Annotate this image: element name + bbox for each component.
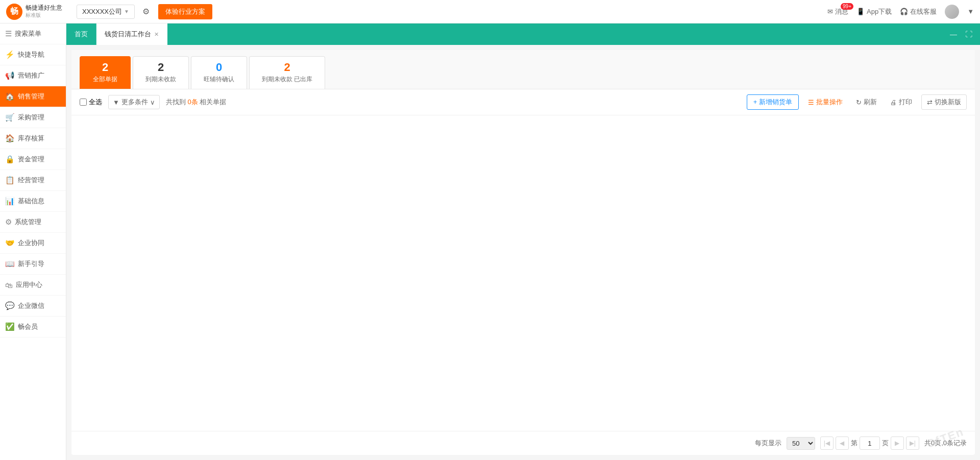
content-panel: 2 全部单据 2 到期未收款 0 旺辅待确认 2 到期未收款 已出库 全选 — [71, 50, 975, 455]
page-nav: |◀ ◀ 第 页 ▶ ▶| — [820, 437, 919, 450]
sidebar: ☰ 搜索菜单 ⚡ 快捷导航 📢 营销推广 🏠 销售管理 🛒 采购管理 🏠 库存核… — [0, 23, 66, 460]
avatar[interactable] — [945, 5, 959, 19]
found-suffix: 相关单据 — [200, 98, 226, 106]
switch-icon: ⇄ — [927, 99, 933, 106]
app-download-label: App下载 — [867, 7, 892, 16]
batch-icon: ☰ — [808, 99, 814, 106]
app-download-icon: 📱 — [856, 8, 865, 15]
print-button[interactable]: 🖨 打印 — [886, 95, 916, 109]
prev-page-button[interactable]: ◀ — [836, 437, 849, 450]
tab-workbench[interactable]: 钱货日清工作台 ✕ — [96, 23, 167, 45]
system-icon: ⚙ — [5, 217, 12, 227]
finance-icon: 🔒 — [5, 155, 15, 164]
message-badge: 99+ — [841, 3, 853, 10]
sidebar-item-wechat[interactable]: 💬 企业微信 — [0, 296, 66, 317]
sidebar-item-purchase[interactable]: 🛒 采购管理 — [0, 107, 66, 128]
stats-shipped-count: 2 — [284, 61, 290, 74]
stats-tab-all[interactable]: 2 全部单据 — [80, 56, 131, 89]
sidebar-inventory-label: 库存核算 — [18, 134, 44, 143]
main-content: 2 全部单据 2 到期未收款 0 旺辅待确认 2 到期未收款 已出库 全选 — [66, 45, 980, 460]
sidebar-item-finance[interactable]: 🔒 资金管理 — [0, 149, 66, 170]
stats-tab-pending[interactable]: 0 旺辅待确认 — [191, 56, 247, 89]
toolbar: 全选 ▼ 更多条件 ∨ 共找到 0条 相关单据 + 新增销货单 ☰ 批量操作 — [71, 89, 975, 115]
sales-icon: 🏠 — [5, 92, 15, 101]
search-menu-icon: ☰ — [5, 29, 12, 38]
tab-close-icon[interactable]: ✕ — [154, 31, 159, 38]
sidebar-wechat-label: 企业微信 — [18, 301, 44, 310]
sidebar-item-marketing[interactable]: 📢 营销推广 — [0, 65, 66, 86]
trial-button[interactable]: 体验行业方案 — [158, 4, 212, 19]
tab-home-label: 首页 — [75, 30, 88, 39]
toolbar-left: 全选 ▼ 更多条件 ∨ 共找到 0条 相关单据 — [80, 95, 741, 109]
company-selector[interactable]: XXXXXX公司 ▼ — [77, 5, 135, 19]
sidebar-item-guide[interactable]: 📖 新手引导 — [0, 254, 66, 275]
marketing-icon: 📢 — [5, 71, 15, 80]
refresh-button[interactable]: ↻ 刷新 — [852, 95, 881, 109]
sidebar-item-member[interactable]: ✅ 畅会员 — [0, 317, 66, 337]
sidebar-item-basic[interactable]: 📊 基础信息 — [0, 191, 66, 212]
total-info: 共0页,0条记录 — [924, 439, 967, 448]
last-page-button[interactable]: ▶| — [906, 437, 919, 450]
tab-workbench-label: 钱货日清工作台 — [105, 30, 151, 39]
tabbar: 首页 钱货日清工作台 ✕ — ⛶ — [66, 23, 980, 45]
first-page-button[interactable]: |◀ — [820, 437, 834, 450]
print-label: 打印 — [899, 98, 912, 107]
settings-icon[interactable]: ⚙ — [138, 4, 154, 20]
switch-label: 切换新版 — [935, 98, 961, 107]
sidebar-item-sales[interactable]: 🏠 销售管理 — [0, 86, 66, 107]
sidebar-system-label: 系统管理 — [15, 217, 41, 227]
sidebar-finance-label: 资金管理 — [18, 155, 44, 164]
sidebar-item-shortcut[interactable]: ⚡ 快捷导航 — [0, 44, 66, 65]
filter-button[interactable]: ▼ 更多条件 ∨ — [108, 95, 160, 109]
sidebar-basic-label: 基础信息 — [18, 197, 44, 206]
logo-line1: 畅捷通好生意 — [26, 4, 62, 12]
page-input[interactable] — [860, 437, 880, 450]
sidebar-item-enterprise[interactable]: 🤝 企业协同 — [0, 233, 66, 254]
per-page-label: 每页显示 — [755, 439, 781, 448]
inventory-icon: 🏠 — [5, 134, 15, 143]
stats-pending-label: 旺辅待确认 — [204, 75, 234, 84]
refresh-label: 刷新 — [864, 98, 877, 107]
company-name: XXXXXX公司 — [82, 7, 122, 16]
sidebar-guide-label: 新手引导 — [18, 259, 44, 269]
message-button[interactable]: ✉ 消息 99+ — [827, 7, 848, 16]
sidebar-item-system[interactable]: ⚙ 系统管理 — [0, 212, 66, 233]
select-all-checkbox[interactable]: 全选 — [80, 98, 102, 107]
sidebar-item-operations[interactable]: 📋 经营管理 — [0, 170, 66, 191]
logo-text-block: 畅捷通好生意 标准版 — [26, 4, 62, 19]
stats-tab-shipped[interactable]: 2 到期未收款 已出库 — [249, 56, 325, 89]
stats-all-count: 2 — [102, 61, 108, 74]
logo-line2: 标准版 — [26, 12, 62, 19]
online-service-button[interactable]: 🎧 在线客服 — [900, 7, 937, 16]
tab-home[interactable]: 首页 — [66, 23, 96, 45]
sidebar-purchase-label: 采购管理 — [18, 113, 44, 122]
select-all-input[interactable] — [80, 99, 87, 106]
tabbar-maximize-button[interactable]: ⛶ — [962, 27, 976, 41]
tabbar-minimize-button[interactable]: — — [946, 27, 961, 41]
operations-icon: 📋 — [5, 176, 15, 185]
sidebar-item-search[interactable]: ☰ 搜索菜单 — [0, 23, 66, 44]
switch-version-button[interactable]: ⇄ 切换新版 — [921, 94, 967, 110]
app-download-button[interactable]: 📱 App下载 — [856, 7, 892, 16]
stats-tab-overdue[interactable]: 2 到期未收款 — [133, 56, 189, 89]
sidebar-item-inventory[interactable]: 🏠 库存核算 — [0, 128, 66, 149]
batch-operation-button[interactable]: ☰ 批量操作 — [804, 95, 847, 109]
logo: 畅 畅捷通好生意 标准版 — [6, 4, 72, 20]
message-icon: ✉ — [827, 8, 833, 15]
new-order-button[interactable]: + 新增销货单 — [747, 94, 799, 110]
stats-overdue-label: 到期未收款 — [145, 75, 176, 84]
refresh-icon: ↻ — [856, 99, 862, 106]
user-name[interactable]: ▼ — [967, 8, 974, 15]
sidebar-appstore-label: 应用中心 — [16, 280, 42, 289]
sidebar-sales-label: 销售管理 — [18, 92, 44, 101]
found-count: 0条 — [188, 98, 198, 106]
sidebar-item-appstore[interactable]: 🛍 应用中心 — [0, 275, 66, 296]
per-page-select[interactable]: 50 10 20 100 — [787, 437, 815, 450]
footer-pagination: 每页显示 50 10 20 100 |◀ ◀ 第 页 ▶ ▶| 共0页,0条记录 — [71, 431, 975, 455]
select-all-label: 全选 — [89, 98, 102, 107]
company-arrow-icon: ▼ — [124, 9, 129, 14]
next-page-button[interactable]: ▶ — [891, 437, 904, 450]
print-icon: 🖨 — [890, 99, 897, 106]
guide-icon: 📖 — [5, 259, 15, 269]
table-area — [71, 115, 975, 431]
